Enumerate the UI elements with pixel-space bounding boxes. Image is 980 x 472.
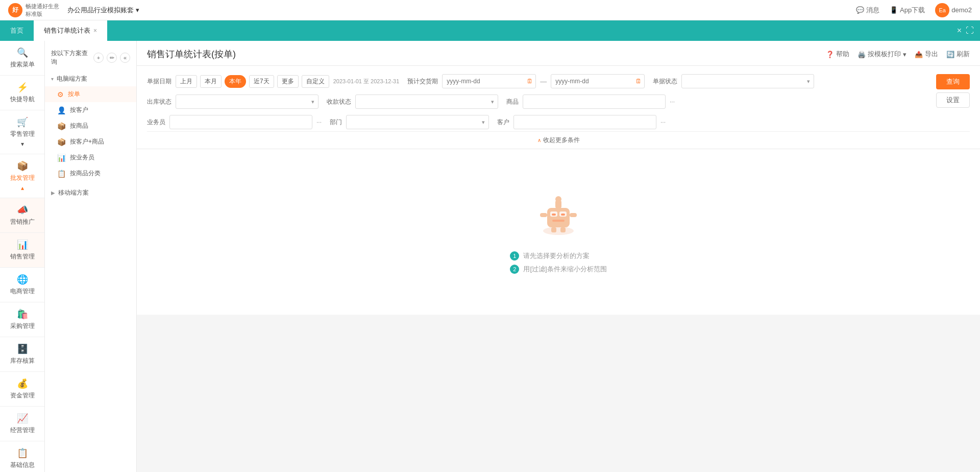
template-print-button[interactable]: 🖨️ 按模板打印 ▾	[857, 50, 906, 59]
query-button[interactable]: 查询	[936, 74, 970, 89]
panel-title: 按以下方案查询	[51, 49, 93, 66]
svg-rect-9	[540, 213, 547, 217]
empty-icon	[533, 190, 584, 241]
panel-add-button[interactable]: +	[93, 53, 104, 63]
salesperson-label: 业务员	[147, 118, 165, 127]
collapse-bar[interactable]: ∧ 收起更多条件	[147, 131, 970, 149]
payment-status-label: 收款状态	[327, 98, 351, 106]
hint-num-1: 1	[510, 251, 519, 261]
content-area: 销售订单统计表(按单) ❓ 帮助 🖨️ 按模板打印 ▾ 📤 导出 🔄 刷新	[137, 41, 980, 472]
payment-status-select[interactable]	[355, 95, 498, 109]
salesperson-input[interactable]	[169, 115, 312, 129]
sidebar-item-operation[interactable]: 📈 经营管理	[0, 407, 44, 441]
page-title: 销售订单统计表(按单)	[147, 48, 236, 60]
wholesale-icon: 📦	[17, 160, 28, 172]
department-filter: 部门	[330, 115, 489, 129]
finance-icon: 💰	[17, 378, 28, 389]
expected-date-filter: 预计交货期 🗓 — 🗓	[407, 74, 645, 88]
last-month-button[interactable]: 上月	[176, 75, 197, 88]
panel-item-by-order[interactable]: ⚙ 按单	[45, 86, 136, 102]
bill-date-filter: 单据日期 上月 本月 本年 近7天 更多 自定义 2023-01-01 至 20…	[147, 75, 399, 88]
sidebar-item-purchase[interactable]: 🛍️ 采购管理	[0, 302, 44, 337]
sales-icon: 📊	[17, 239, 28, 250]
salesperson-more-button[interactable]: ···	[316, 119, 322, 126]
basic-icon: 📋	[17, 447, 28, 459]
more-date-button[interactable]: 更多	[277, 75, 299, 88]
panel-section-mobile-title[interactable]: ▶ 移动端方案	[45, 185, 136, 200]
delivery-status-label: 出库状态	[147, 98, 172, 106]
search-icon: 🔍	[17, 47, 28, 58]
page-header: 销售订单统计表(按单) ❓ 帮助 🖨️ 按模板打印 ▾ 📤 导出 🔄 刷新	[137, 41, 980, 66]
tab-home[interactable]: 首页	[0, 20, 34, 41]
salesperson-filter: 业务员 ···	[147, 115, 322, 129]
sidebar-item-wholesale[interactable]: 📦 批发管理 ▴	[0, 154, 44, 198]
sidebar-item-inventory[interactable]: 🗄️ 库存核算	[0, 337, 44, 372]
delivery-status-select-wrap	[176, 95, 318, 109]
quick-nav-icon: ⚡	[17, 82, 28, 93]
product-filter: 商品 ···	[506, 95, 675, 109]
retail-expand-icon: ▾	[21, 140, 24, 148]
sidebar-item-marketing[interactable]: 📣 营销推广	[0, 198, 44, 233]
this-month-button[interactable]: 本月	[200, 75, 222, 88]
bill-status-select-wrap	[681, 74, 814, 88]
top-bar-left: 好 畅捷通好生意 标准版 办公用品行业模拟账套 ▾	[8, 3, 143, 17]
empty-hint-2: 2 用[过滤]条件来缩小分析范围	[510, 265, 606, 274]
sidebar-item-quick-nav[interactable]: ⚡ 快捷导航	[0, 76, 44, 110]
expected-date-end[interactable]	[551, 74, 645, 88]
customer-input[interactable]	[513, 115, 656, 129]
help-button[interactable]: ❓ 帮助	[826, 50, 849, 59]
tab-close-button[interactable]: ×	[93, 27, 97, 34]
sidebar-item-sales[interactable]: 📊 销售管理	[0, 233, 44, 268]
app-download-button[interactable]: 📱 App下载	[890, 6, 925, 15]
custom-date-button[interactable]: 自定义	[302, 75, 329, 88]
sidebar: 🔍 搜索菜单 ⚡ 快捷导航 🛒 零售管理 ▾ 📦 批发管理 ▴ 📣 营销推广 📊…	[0, 41, 45, 472]
date-separator: —	[540, 78, 547, 85]
svg-rect-1	[547, 208, 570, 227]
export-button[interactable]: 📤 导出	[915, 50, 938, 59]
product-more-button[interactable]: ···	[670, 98, 675, 105]
refresh-button[interactable]: 🔄 刷新	[946, 50, 970, 59]
tab-active[interactable]: 销售订单统计表 ×	[34, 20, 107, 41]
empty-hints: 1 请先选择要分析的方案 2 用[过滤]条件来缩小分析范围	[510, 251, 606, 274]
delivery-status-select[interactable]	[176, 95, 318, 109]
expected-date-end-wrap: 🗓	[551, 74, 645, 88]
bill-status-select[interactable]	[681, 74, 814, 88]
this-year-button[interactable]: 本年	[225, 75, 246, 88]
panel-item-by-cust-prod[interactable]: 📦 按客户+商品	[45, 134, 136, 150]
panel-item-by-customer[interactable]: 👤 按客户	[45, 102, 136, 118]
product-input[interactable]	[523, 95, 666, 109]
panel-toolbar: 按以下方案查询 + ✏ «	[45, 46, 136, 69]
sidebar-item-basic[interactable]: 📋 基础信息	[0, 441, 44, 472]
minimize-button[interactable]: ×	[957, 26, 962, 35]
bill-date-label: 单据日期	[147, 77, 172, 86]
settings-button[interactable]: 设置	[936, 92, 970, 108]
panel-section-pc-title[interactable]: ▾ 电脑端方案	[45, 72, 136, 86]
logo-area: 好 畅捷通好生意 标准版	[8, 3, 59, 17]
panel-edit-button[interactable]: ✏	[107, 53, 117, 63]
expected-date-start[interactable]	[442, 74, 536, 88]
bill-status-filter: 单据状态	[653, 74, 814, 88]
sidebar-item-retail[interactable]: 🛒 零售管理 ▾	[0, 110, 44, 154]
filter-row-3: 业务员 ··· 部门 客户 ···	[147, 115, 970, 129]
filter-action-buttons: 查询 设置	[936, 74, 970, 108]
panel-item-by-product[interactable]: 📦 按商品	[45, 118, 136, 134]
customer-filter: 客户 ···	[497, 115, 666, 129]
panel-collapse-button[interactable]: «	[120, 53, 130, 63]
app-selector[interactable]: 办公用品行业模拟账套 ▾	[63, 6, 143, 15]
panel-section-mobile: ▶ 移动端方案	[45, 183, 136, 202]
sidebar-item-search-menu[interactable]: 🔍 搜索菜单	[0, 41, 44, 76]
sidebar-item-finance[interactable]: 💰 资金管理	[0, 372, 44, 407]
user-area[interactable]: Ea demo2	[935, 3, 972, 17]
panel-item-by-category[interactable]: 📋 按商品分类	[45, 166, 136, 181]
refresh-icon: 🔄	[946, 51, 954, 58]
by-category-icon: 📋	[57, 170, 66, 178]
export-icon: 📤	[915, 51, 923, 58]
filter-container: 查询 设置 单据日期 上月 本月 本年 近7天 更多 自定义 202	[137, 66, 980, 149]
sidebar-item-ecommerce[interactable]: 🌐 电商管理	[0, 268, 44, 302]
last7-button[interactable]: 近7天	[249, 75, 274, 88]
message-button[interactable]: 💬 消息	[856, 6, 879, 15]
department-select[interactable]	[346, 115, 489, 129]
customer-more-button[interactable]: ···	[660, 119, 666, 126]
panel-item-by-staff[interactable]: 📊 按业务员	[45, 150, 136, 166]
maximize-button[interactable]: ⛶	[966, 26, 974, 35]
